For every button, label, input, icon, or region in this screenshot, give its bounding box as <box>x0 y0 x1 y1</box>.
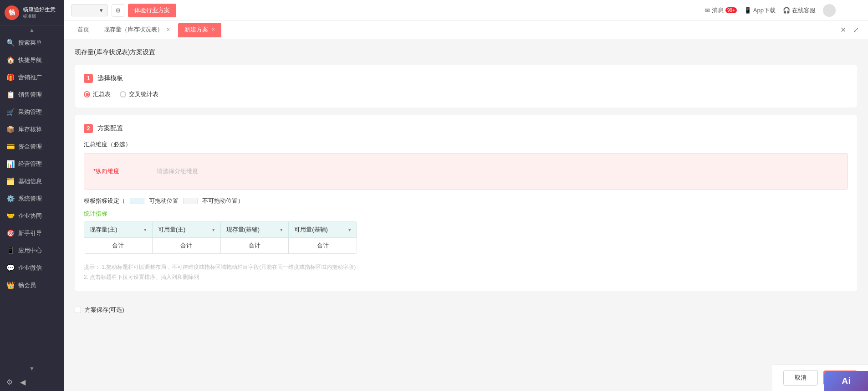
scheme-selector[interactable]: ▾ <box>71 4 108 16</box>
sidebar-item-newguide[interactable]: 🎯 新手引导 <box>0 225 64 242</box>
sidebar-item-purchase[interactable]: 🛒 采购管理 <box>0 103 64 121</box>
window-expand-btn[interactable]: ⤢ <box>851 25 861 35</box>
template-radio-group: 汇总表 交叉统计表 <box>84 90 848 98</box>
stats-table: 现存量(主) ▾ 可用量(主) ▾ 现存量(基辅) ▾ <box>84 221 357 254</box>
search-icon: 🔍 <box>6 39 15 47</box>
tab-home[interactable]: 首页 <box>71 23 96 37</box>
sidebar-item-wechat[interactable]: 💬 企业微信 <box>0 259 64 277</box>
avatar[interactable] <box>823 4 836 17</box>
stats-col-header-3[interactable]: 可用量(基辅) ▾ <box>289 222 357 237</box>
message-btn[interactable]: ✉ 消息 99+ <box>705 6 737 15</box>
username[interactable] <box>843 6 861 15</box>
stats-col-header-0[interactable]: 现存量(主) ▾ <box>84 222 153 237</box>
finance-icon: 💳 <box>6 143 15 151</box>
stats-col-header-1[interactable]: 可用量(主) ▾ <box>153 222 221 237</box>
service-btn[interactable]: 🎧 在线客服 <box>783 6 816 15</box>
sidebar-item-operation[interactable]: 📊 经营管理 <box>0 155 64 173</box>
sidebar-item-marketing[interactable]: 🎁 营销推广 <box>0 69 64 86</box>
sidebar-item-system[interactable]: ⚙️ 系统管理 <box>0 190 64 207</box>
radio-cross[interactable]: 交叉统计表 <box>120 90 158 98</box>
sidebar-item-inventory[interactable]: 📦 库存核算 <box>0 121 64 138</box>
inventory-icon: 📦 <box>6 125 15 134</box>
sales-icon: 📋 <box>6 91 15 99</box>
sidebar-item-member[interactable]: 👑 畅会员 <box>0 277 64 294</box>
app-download-label: App下载 <box>753 6 776 15</box>
sidebar-item-label: 应用中心 <box>18 247 42 255</box>
stats-section-label: 统计指标 <box>84 210 848 218</box>
col-header-label-1: 可用量(主) <box>158 226 186 234</box>
save-label: 方案保存(可选) <box>85 306 124 314</box>
col-header-label-0: 现存量(主) <box>90 226 117 234</box>
gift-icon: 🎁 <box>6 73 15 82</box>
basic-icon: 🗂️ <box>6 177 15 185</box>
indicator-settings: 模板指标设定（ 可拖动位置 不可拖动位置） 统计指标 现存量(主) ▾ <box>84 197 848 282</box>
tips-section: 提示： 1.拖动标题栏可以调整布局，不可跨维度或指标区域拖动栏目字段(只能在同一… <box>84 262 848 282</box>
col-header-label-3: 可用量(基辅) <box>294 226 328 234</box>
sidebar-item-label: 基础信息 <box>18 177 42 185</box>
sidebar-item-label: 新手引导 <box>18 229 42 237</box>
member-icon: 👑 <box>6 281 15 289</box>
indicator-settings-text: 模板指标设定（ <box>84 197 125 205</box>
stats-col-header-2[interactable]: 现存量(基辅) ▾ <box>221 222 289 237</box>
logo-icon: 畅 <box>5 5 19 20</box>
stats-section: 统计指标 现存量(主) ▾ 可用量(主) ▾ <box>84 210 848 255</box>
sidebar-scroll-down[interactable]: ▼ <box>0 365 64 373</box>
tab-new-scheme-close[interactable]: × <box>212 26 215 33</box>
radio-summary-circle <box>84 91 90 98</box>
app-download-btn[interactable]: 📱 App下载 <box>744 6 776 15</box>
tab-new-scheme[interactable]: 新建方案 × <box>178 23 221 37</box>
headset-icon: 🎧 <box>783 7 790 14</box>
sidebar-item-label: 销售管理 <box>18 91 42 99</box>
phone-icon: 📱 <box>744 7 751 14</box>
dimension-box[interactable]: *纵向维度 —— 请选择分组维度 <box>84 153 848 190</box>
window-close-btn[interactable]: ✕ <box>838 25 848 35</box>
stats-cell-0-2: 合计 <box>221 238 289 253</box>
chevron-down-icon: ▾ <box>100 7 103 14</box>
step2-badge: 2 <box>84 124 93 133</box>
radio-summary[interactable]: 汇总表 <box>84 90 111 98</box>
topbar-left: ▾ ⚙ 体验行业方案 <box>71 4 700 17</box>
tab-new-scheme-label: 新建方案 <box>184 26 208 34</box>
tab-inventory-close[interactable]: × <box>167 26 170 33</box>
page-title: 现存量(库存状况表)方案设置 <box>75 48 857 57</box>
settings-icon[interactable]: ⚙ <box>6 378 13 386</box>
sidebar-item-shortcut[interactable]: 🏠 快捷导航 <box>0 51 64 69</box>
sidebar: 畅 畅康通好生意 标准版 ▲ 🔍 搜索菜单 🏠 快捷导航 🎁 营销推广 📋 销售… <box>0 0 64 391</box>
tab-inventory[interactable]: 现存量（库存状况表） × <box>97 23 176 37</box>
chevron-down-icon-2: ▾ <box>280 227 283 233</box>
draggable-label: 可拖动位置 <box>149 197 179 205</box>
topbar: ▾ ⚙ 体验行业方案 ✉ 消息 99+ 📱 App下载 🎧 在线客服 <box>64 0 868 21</box>
message-icon: ✉ <box>705 7 710 14</box>
sidebar-scroll-up[interactable]: ▲ <box>0 26 64 34</box>
step2-section: 2 方案配置 汇总维度（必选） *纵向维度 —— 请选择分组维度 模板指标设定（… <box>75 115 857 291</box>
industry-btn[interactable]: 体验行业方案 <box>128 4 176 17</box>
save-row: 方案保存(可选) <box>75 298 857 321</box>
gear-button[interactable]: ⚙ <box>112 4 124 17</box>
sidebar-item-label: 营销推广 <box>18 73 42 82</box>
logo-text: 畅康通好生意 标准版 <box>23 6 56 20</box>
sidebar-item-label: 畅会员 <box>18 281 36 289</box>
step1-section: 1 选择模板 汇总表 交叉统计表 <box>75 65 857 108</box>
cancel-button[interactable]: 取消 <box>783 370 818 386</box>
stats-table-header: 现存量(主) ▾ 可用量(主) ▾ 现存量(基辅) ▾ <box>84 222 357 237</box>
sidebar-item-label: 搜索菜单 <box>18 39 42 47</box>
operation-icon: 📊 <box>6 160 15 168</box>
sidebar-item-label: 经营管理 <box>18 160 42 168</box>
sidebar-item-appcenter[interactable]: 📱 应用中心 <box>0 242 64 259</box>
sidebar-item-label: 库存核算 <box>18 125 42 134</box>
system-icon: ⚙️ <box>6 195 15 203</box>
collapse-icon[interactable]: ◀ <box>20 378 26 386</box>
ai-float-button[interactable]: Ai <box>824 371 868 391</box>
sidebar-item-search[interactable]: 🔍 搜索菜单 <box>0 34 64 51</box>
sidebar-item-label: 企业微信 <box>18 264 42 272</box>
dimension-placeholder: 请选择分组维度 <box>157 167 198 175</box>
radio-summary-label: 汇总表 <box>93 90 111 98</box>
sidebar-item-basic[interactable]: 🗂️ 基础信息 <box>0 173 64 190</box>
guide-icon: 🎯 <box>6 229 15 237</box>
sidebar-item-enterprise[interactable]: 🤝 企业协同 <box>0 207 64 225</box>
save-checkbox[interactable] <box>75 307 81 313</box>
sidebar-item-label: 采购管理 <box>18 108 42 116</box>
sidebar-item-finance[interactable]: 💳 资金管理 <box>0 138 64 155</box>
gear-icon: ⚙ <box>115 7 121 14</box>
sidebar-item-sales[interactable]: 📋 销售管理 <box>0 86 64 103</box>
